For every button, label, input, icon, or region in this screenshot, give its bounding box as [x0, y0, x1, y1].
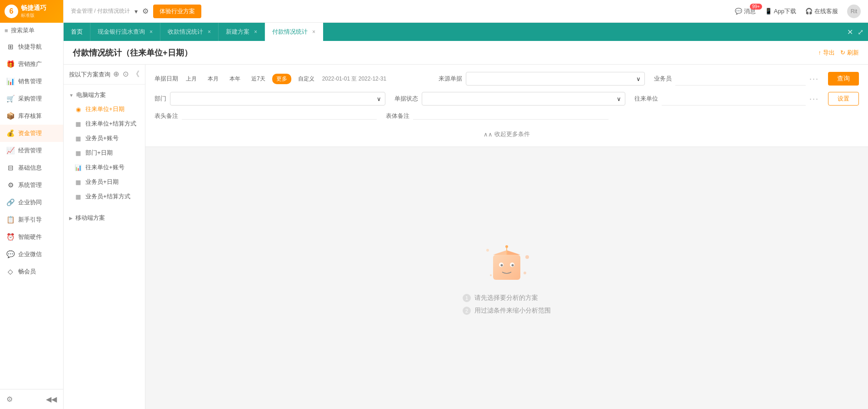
scheme-add-icon[interactable]: ⊕: [113, 70, 119, 79]
tab-new-scheme[interactable]: 新建方案 ×: [219, 23, 265, 41]
header-gear-icon[interactable]: ⚙: [142, 7, 149, 15]
sidebar-collapse-button[interactable]: ◀◀: [46, 395, 57, 404]
sidebar-item-basic-info[interactable]: ⊟ 基础信息: [0, 159, 63, 177]
sidebar-item-hardware[interactable]: ⏰ 智能硬件: [0, 228, 63, 246]
sidebar-item-guide[interactable]: 📋 新手引导: [0, 211, 63, 228]
sidebar-item-sales[interactable]: 📊 销售管理: [0, 73, 63, 90]
date-btn-7days[interactable]: 近7天: [247, 74, 269, 84]
sales-icon: 📊: [6, 77, 15, 86]
tab-close-new-scheme[interactable]: ×: [254, 29, 257, 35]
sidebar-item-operations[interactable]: 📈 经营管理: [0, 142, 63, 159]
tab-bank-flow[interactable]: 现金银行流水查询 ×: [90, 23, 160, 41]
scheme-item-salesman-account[interactable]: ▦ 业务员+账号: [64, 131, 145, 146]
collapse-button[interactable]: ∧∧ 收起更多条件: [155, 126, 859, 142]
content-area: 付款情况统计（往来单位+日期） ↑ 导出 ↻ 刷新 按以下方案查询 ⊕: [64, 41, 868, 409]
sidebar-logo: 6 畅捷通巧 标准版: [0, 0, 63, 23]
query-button[interactable]: 查询: [828, 72, 859, 86]
partner-input[interactable]: [662, 92, 806, 106]
sidebar-item-inventory[interactable]: 📦 库存核算: [0, 107, 63, 125]
sidebar-item-enterprise[interactable]: 🔗 企业协同: [0, 194, 63, 211]
empty-step-1: 1 请先选择要分析的方案: [463, 294, 551, 302]
tab-close-payment-stats[interactable]: ×: [312, 29, 315, 35]
app-download-button[interactable]: 📱 App下载: [765, 7, 796, 15]
sidebar-item-marketing[interactable]: 🎁 营销推广: [0, 56, 63, 73]
salesman-dots-button[interactable]: ···: [809, 74, 819, 84]
remark-body-label: 表体备注: [386, 112, 409, 120]
tab-fullscreen-button[interactable]: ⤢: [858, 28, 863, 36]
refresh-button[interactable]: ↻ 刷新: [840, 49, 859, 57]
scheme-collapse-button[interactable]: 《: [132, 70, 140, 79]
scheme-item-icon-unit-date: ◉: [75, 106, 82, 113]
empty-step-2: 2 用过滤条件来缩小分析范围: [463, 307, 551, 315]
tab-close-all-button[interactable]: ✕: [847, 28, 853, 36]
source-label: 来源单据: [439, 75, 462, 83]
date-btn-custom[interactable]: 自定义: [294, 74, 319, 84]
search-menu[interactable]: ≡ 搜索菜单: [0, 23, 63, 38]
tab-home[interactable]: 首页: [64, 23, 90, 41]
scheme-settings-icon[interactable]: ⊙: [123, 70, 129, 79]
scheme-actions: ⊕ ⊙ 《: [113, 70, 140, 79]
avatar[interactable]: Rit: [847, 5, 861, 18]
scheme-item-icon-unit-settlement: ▦: [75, 120, 82, 127]
collapse-icon: ∧∧: [484, 131, 493, 138]
tab-close-bank-flow[interactable]: ×: [150, 29, 153, 35]
operations-icon: 📈: [6, 146, 15, 155]
filter-docstatus-field: 单据状态 ∨: [394, 92, 625, 106]
guide-icon: 📋: [6, 216, 15, 224]
headset-icon: 🎧: [805, 8, 813, 15]
sidebar-item-purchase[interactable]: 🛒 采购管理: [0, 90, 63, 107]
service-button[interactable]: 🎧 在线客服: [805, 7, 838, 15]
sidebar-item-weixin[interactable]: 💬 企业微信: [0, 246, 63, 263]
scheme-panel: 按以下方案查询 ⊕ ⊙ 《 ▼ 电脑端方案 ◉ 往来单位+日期: [64, 65, 145, 409]
step-1-num: 1: [463, 294, 471, 302]
dept-select[interactable]: ∨: [170, 92, 385, 106]
date-btn-more[interactable]: 更多: [272, 74, 291, 84]
message-button[interactable]: 💬 消息 99+: [735, 7, 756, 15]
tab-payment-stats[interactable]: 付款情况统计 ×: [265, 23, 323, 41]
scheme-group-desktop-title[interactable]: ▼ 电脑端方案: [64, 88, 145, 102]
export-button[interactable]: ↑ 导出: [818, 49, 835, 57]
sidebar-item-quick-nav[interactable]: ⊞ 快捷导航: [0, 38, 63, 56]
sidebar-item-member[interactable]: ◇ 畅会员: [0, 263, 63, 280]
header-dropdown-icon[interactable]: ▾: [135, 8, 138, 15]
partner-input-wrap: [662, 92, 806, 106]
scheme-item-salesman-date[interactable]: ▦ 业务员+日期: [64, 175, 145, 189]
sidebar-item-system[interactable]: ⚙ 系统管理: [0, 177, 63, 194]
page-actions: ↑ 导出 ↻ 刷新: [818, 49, 859, 57]
dept-dropdown-icon: ∨: [377, 96, 381, 102]
chevron-right-icon: ▶: [69, 216, 73, 221]
salesman-input-wrap: [675, 72, 806, 86]
app-edition: 标准版: [21, 12, 46, 19]
svg-point-5: [501, 264, 503, 267]
scheme-item-unit-account[interactable]: 📊 往来单位+账号: [64, 160, 145, 175]
scheme-group-mobile-title[interactable]: ▶ 移动端方案: [64, 211, 145, 225]
scheme-item-unit-date[interactable]: ◉ 往来单位+日期: [64, 102, 145, 116]
doc-status-select[interactable]: ∨: [422, 92, 625, 106]
date-btn-this-year[interactable]: 本年: [225, 74, 244, 84]
empty-text-list: 1 请先选择要分析的方案 2 用过滤条件来缩小分析范围: [463, 294, 551, 315]
scheme-item-salesman-settlement[interactable]: ▦ 业务员+结算方式: [64, 189, 145, 204]
footer-settings-button[interactable]: ⚙: [6, 395, 13, 404]
date-btn-last-month[interactable]: 上月: [182, 74, 201, 84]
basic-info-icon: ⊟: [6, 164, 15, 172]
remark-body-input[interactable]: [413, 119, 608, 120]
filter-salesman-field: 业务员 ···: [654, 72, 819, 86]
sidebar-item-finance[interactable]: 💰 资金管理: [0, 125, 63, 142]
purchase-icon: 🛒: [6, 95, 15, 103]
partner-dots-button[interactable]: ···: [809, 94, 819, 104]
remark-header-label: 表头备注: [155, 112, 178, 120]
tab-collection[interactable]: 收款情况统计 ×: [160, 23, 219, 41]
filter-source-field: 来源单据 ∨: [439, 72, 645, 86]
remark-header-input[interactable]: [182, 119, 377, 120]
trial-button[interactable]: 体验行业方案: [153, 5, 201, 18]
scheme-item-dept-date[interactable]: ▦ 部门+日期: [64, 146, 145, 160]
source-select[interactable]: ∨: [466, 72, 645, 86]
scheme-item-unit-settlement[interactable]: ▦ 往来单位+结算方式: [64, 116, 145, 131]
tab-close-collection[interactable]: ×: [208, 29, 211, 35]
salesman-input[interactable]: [675, 72, 806, 86]
tab-controls: ✕ ⤢: [843, 23, 868, 41]
settings-button[interactable]: 设置: [828, 92, 859, 106]
date-btn-this-month[interactable]: 本月: [204, 74, 223, 84]
result-area: 1 请先选择要分析的方案 2 用过滤条件来缩小分析范围: [145, 147, 868, 409]
app-name: 畅捷通巧: [21, 4, 46, 12]
